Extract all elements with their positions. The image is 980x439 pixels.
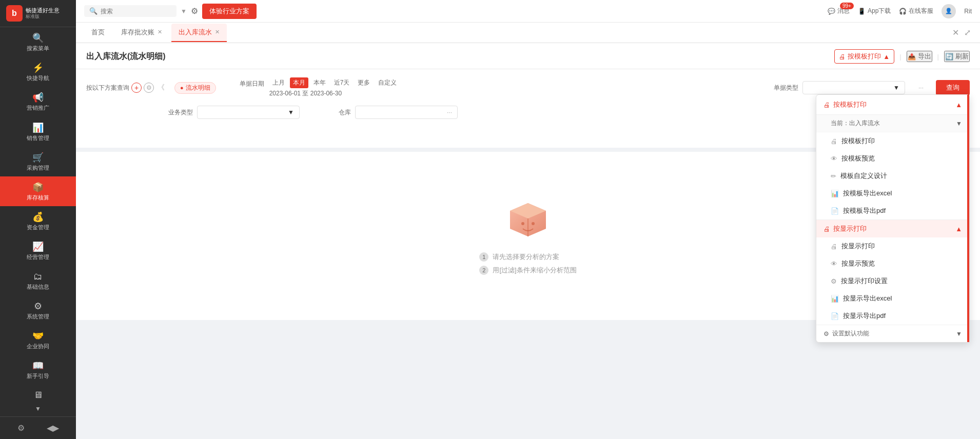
app-download-btn[interactable]: 📱 App下载: [858, 7, 891, 15]
settings-icon[interactable]: ⚙: [17, 423, 25, 433]
username-label[interactable]: Rit: [964, 8, 972, 15]
section2-chevron: ▲: [955, 225, 962, 233]
sidebar-item-quick-nav[interactable]: ⚡ 快捷导航: [0, 57, 76, 87]
footer-arrow: ▼: [956, 330, 962, 337]
filter-tag-icon: ●: [180, 85, 184, 91]
date-last7[interactable]: 近7天: [331, 77, 353, 88]
query-btn[interactable]: 查询: [936, 80, 970, 95]
dropdown-item-template-export-excel[interactable]: 📊 按模板导出excel: [816, 185, 969, 202]
sidebar-item-label: 搜索菜单: [27, 45, 49, 52]
online-service-btn[interactable]: 🎧 在线客服: [899, 7, 933, 15]
warehouse-label: 仓库: [339, 108, 351, 117]
date-options: 上月 本月 本年 近7天 更多 自定义: [269, 77, 400, 88]
sidebar-nav: 🔍 搜索菜单 ⚡ 快捷导航 📢 营销推广 📊 销售管理 🛒 采购管理 📦: [0, 27, 76, 401]
chevron-up-icon: ▲: [883, 53, 890, 61]
warehouse-more-icon: ···: [447, 109, 452, 116]
dropdown-item-template-custom[interactable]: ✏ 模板自定义设计: [816, 167, 969, 185]
tab-home-label: 首页: [91, 28, 105, 37]
date-custom[interactable]: 自定义: [375, 77, 400, 88]
dropdown-section2-header[interactable]: 🖨 按显示打印 ▲: [816, 220, 969, 237]
search-dropdown-icon[interactable]: ▼: [181, 8, 187, 15]
receipt-type-label: 单据类型: [774, 84, 798, 92]
tab-home[interactable]: 首页: [84, 24, 112, 42]
sidebar-item-app-center[interactable]: 🖥 应用中心: [0, 385, 76, 401]
sidebar-item-label: 新手引导: [27, 373, 49, 380]
quick-nav-icon: ⚡: [32, 62, 44, 73]
sidebar-item-purchase[interactable]: 🛒 采购管理: [0, 147, 76, 176]
search-input[interactable]: [101, 8, 162, 15]
sidebar-item-enterprise[interactable]: 🤝 企业协同: [0, 325, 76, 355]
template-print-btn[interactable]: 🖨 按模板打印 ▲: [834, 49, 894, 64]
filter-collapse-arrow[interactable]: 《: [156, 83, 166, 93]
display-print-icon2: 🖨: [831, 243, 837, 250]
dropdown-item-display-export-excel[interactable]: 📊 按显示导出excel: [816, 290, 969, 307]
dropdown-footer[interactable]: ⚙ 设置默认功能 ▼: [816, 325, 969, 342]
dropdown-item-template-print[interactable]: 🖨 按模板打印: [816, 132, 969, 150]
dropdown-current[interactable]: 当前：出入库流水 ▼: [816, 115, 969, 132]
sidebar-item-guide[interactable]: 📖 新手引导: [0, 355, 76, 385]
date-this-year[interactable]: 本年: [310, 77, 329, 88]
tab-flow-close[interactable]: ✕: [215, 29, 220, 35]
warehouse-select[interactable]: ···: [355, 106, 458, 119]
sidebar-item-search[interactable]: 🔍 搜索菜单: [0, 27, 76, 57]
filter-setting-btn[interactable]: ⚙: [144, 83, 154, 93]
search-icon: 🔍: [89, 7, 97, 15]
collapse-icon[interactable]: ◀▶: [47, 423, 59, 433]
headset-icon: 🎧: [899, 8, 907, 15]
tab-batch-label: 库存批次账: [121, 28, 154, 37]
dropdown-header[interactable]: 🖨 按模板打印 ▲: [816, 95, 969, 115]
divider2: |: [937, 53, 939, 61]
receipt-type-select[interactable]: ▼: [802, 81, 905, 94]
business-type-select[interactable]: ▼: [197, 106, 300, 119]
sidebar-item-operations[interactable]: 📈 经营管理: [0, 236, 76, 266]
dropdown-item-display-print-settings[interactable]: ⚙ 按显示打印设置: [816, 272, 969, 290]
tab-fullscreen-btn[interactable]: ⤢: [963, 27, 972, 38]
topbar-right: 💬 消息 99+ 📱 App下载 🎧 在线客服 👤 Rit: [828, 4, 972, 18]
refresh-btn[interactable]: 🔄 刷新: [944, 51, 970, 62]
dropdown-item-display-preview[interactable]: 👁 按显示预览: [816, 255, 969, 272]
tab-batch-close[interactable]: ✕: [158, 29, 162, 35]
business-type-dropdown-icon: ▼: [288, 109, 294, 116]
message-icon: 💬: [828, 8, 835, 15]
empty-step-1: 1 请先选择要分析的方案: [479, 252, 576, 262]
date-last-month[interactable]: 上月: [269, 77, 288, 88]
dropdown-item-display-print[interactable]: 🖨 按显示打印: [816, 237, 969, 255]
sidebar-item-basics[interactable]: 🗂 基础信息: [0, 266, 76, 295]
sidebar-scroll-down[interactable]: ▼: [0, 403, 76, 414]
template-print-dropdown: 🖨 按模板打印 ▲ 当前：出入库流水 ▼ 🖨 按模板打印 👁 按模板预览: [816, 94, 970, 343]
sidebar-item-system[interactable]: ⚙ 系统管理: [0, 295, 76, 325]
industry-btn[interactable]: 体验行业方案: [202, 4, 257, 19]
dropdown-item-template-export-pdf[interactable]: 📄 按模板导出pdf: [816, 202, 969, 220]
sidebar-item-label: 资金管理: [27, 224, 49, 231]
sidebar-item-sales[interactable]: 📊 销售管理: [0, 117, 76, 147]
date-more[interactable]: 更多: [355, 77, 373, 88]
sidebar-item-finance[interactable]: 💰 资金管理: [0, 206, 76, 236]
dropdown-item-template-preview[interactable]: 👁 按模板预览: [816, 150, 969, 167]
date-this-month[interactable]: 本月: [290, 77, 308, 88]
step-num-1: 1: [479, 252, 488, 262]
svg-point-3: [521, 222, 524, 225]
avatar[interactable]: 👤: [942, 4, 956, 18]
filter-tag: ● 流水明细: [174, 82, 216, 94]
tab-flow-label: 出入库流水: [179, 28, 212, 37]
filter-add-btn[interactable]: +: [131, 83, 142, 93]
dropdown-current-arrow: ▼: [956, 120, 962, 127]
display-pdf-icon: 📄: [831, 312, 839, 320]
sidebar-item-label: 营销推广: [27, 105, 49, 111]
svg-point-4: [532, 222, 535, 225]
tab-close-all-btn[interactable]: ✕: [951, 27, 960, 38]
sidebar-item-label: 系统管理: [27, 313, 49, 320]
dropdown-item-display-export-pdf[interactable]: 📄 按显示导出pdf: [816, 307, 969, 325]
tab-flow[interactable]: 出入库流水 ✕: [171, 24, 227, 42]
sidebar-item-inventory[interactable]: 📦 库存核算: [0, 176, 76, 206]
message-btn[interactable]: 💬 消息 99+: [828, 7, 850, 15]
topbar-gear-icon[interactable]: ⚙: [191, 6, 198, 16]
date-label: 单据日期: [240, 79, 264, 88]
sidebar-item-label: 企业协同: [27, 343, 49, 350]
tab-batch[interactable]: 库存批次账 ✕: [114, 24, 169, 42]
export-btn[interactable]: 📤 导出: [907, 51, 932, 62]
content-area: 出入库流水(流水明细) 🖨 按模板打印 ▲ | 📤 导出 | 🔄: [76, 43, 980, 439]
dropdown-chevron-up: ▲: [955, 101, 962, 109]
sidebar-item-marketing[interactable]: 📢 营销推广: [0, 87, 76, 116]
resize-handle[interactable]: [967, 95, 969, 342]
